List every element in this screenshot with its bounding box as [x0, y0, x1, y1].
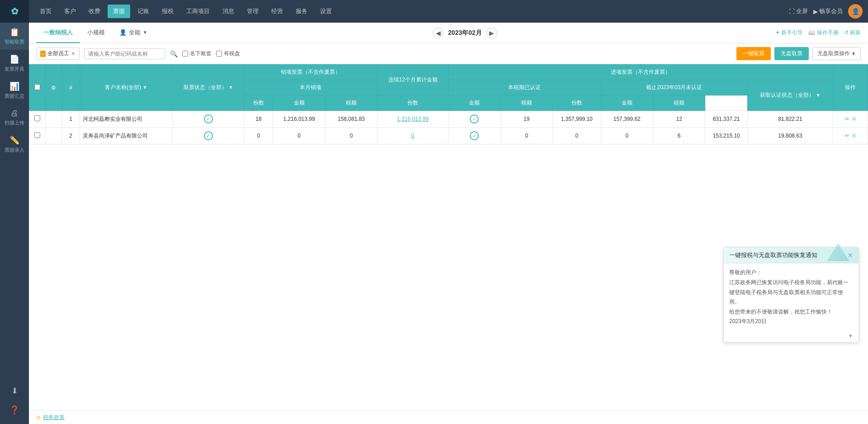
row-consecutive12: 1,216,013.99	[377, 111, 448, 128]
book-icon: 📖	[808, 29, 815, 36]
account-checkbox[interactable]	[182, 51, 188, 57]
cert-status-filter-icon[interactable]: ▼	[816, 92, 821, 98]
account-filter-checkbox[interactable]: 名下账套	[182, 50, 212, 57]
copy-icon[interactable]: ⎘	[853, 116, 856, 122]
next-period-btn[interactable]: ▶	[486, 28, 497, 38]
nav-service[interactable]: 服务	[290, 5, 313, 18]
tab-all[interactable]: 👤 全能 ▼	[112, 23, 155, 43]
th-cert-status: 获取认证状态（全部） ▼	[748, 80, 833, 111]
row-checkbox[interactable]	[29, 128, 46, 144]
filter-bar: ▪ 全部员工 ▼ 🔍 名下账套 有税盘 一键取票 无盘取票 无盘取票操作 ▼	[29, 43, 868, 64]
edit-icon[interactable]: ✏	[845, 116, 849, 122]
tax-policy-icon: ⊙	[36, 414, 41, 421]
sidebar-item-label: 发票开具	[5, 66, 24, 72]
th-uncert-amount: 金额	[601, 95, 653, 111]
row-customer-name: 河北柯磊桦实业有限公司	[80, 111, 173, 128]
search-input[interactable]	[84, 48, 165, 59]
chevron-down-icon: ▼	[71, 51, 75, 56]
fullscreen-btn[interactable]: ⛶ 全屏	[789, 7, 808, 15]
sidebar-item-help[interactable]: ❓	[0, 400, 29, 419]
person-icon: 👤	[119, 29, 127, 36]
new-guide-btn[interactable]: ✦ 新手引导	[775, 29, 803, 37]
select-all-checkbox[interactable]	[34, 84, 40, 90]
diskless-ticket-btn[interactable]: 无盘取票	[774, 47, 809, 60]
row-settings	[46, 128, 62, 144]
scan-upload-icon: 🖨	[10, 109, 19, 118]
th-uncert-count: 份数	[552, 95, 601, 111]
content: 一般纳税人 小规模 👤 全能 ▼ ◀ 2023年02月 ▶ ✦ 新手引导	[29, 23, 868, 424]
row-cert-status: ✓	[448, 111, 500, 128]
copy-icon[interactable]: ⎘	[853, 133, 856, 139]
help-icon: ❓	[9, 405, 19, 415]
tax-policy-link[interactable]: 税务政策	[43, 414, 65, 421]
sidebar-item-download[interactable]: ⬇	[0, 381, 29, 400]
sidebar-item-scan-upload[interactable]: 🖨 扫描上传	[0, 104, 29, 131]
th-num: #	[62, 65, 80, 111]
staff-select[interactable]: ▪ 全部员工 ▼	[36, 48, 80, 60]
refresh-btn[interactable]: ↺ 刷新	[844, 29, 861, 37]
top-nav: 首页 客户 收费 票据 记账 报税 工商项目 消息 管理 经营 服务 设置 ⛶ …	[29, 0, 868, 23]
sidebar: ✿ 📋 智能取票 📄 发票开具 📊 票据汇总 🖨 扫描上传 ✏️ 票据录入 ⬇ …	[0, 0, 29, 424]
nav-home[interactable]: 首页	[34, 5, 57, 18]
th-current-period-certified: 本税期已认证	[448, 80, 601, 95]
taxdisk-filter-checkbox[interactable]: 有税盘	[216, 50, 240, 57]
th-sales-tax: 税额	[325, 95, 377, 111]
th-uncert-tax: 税额	[653, 95, 705, 111]
user-avatar[interactable]: 👤	[848, 4, 863, 19]
taxdisk-checkbox[interactable]	[216, 51, 222, 57]
nav-fee[interactable]: 收费	[83, 5, 106, 18]
nav-ticket[interactable]: 票据	[108, 5, 130, 18]
row-sales-count: 18	[244, 111, 273, 128]
nav-manage[interactable]: 管理	[241, 5, 264, 18]
table-row: 1 河北柯磊桦实业有限公司 ✓ 18 1,216,013.99 158,081.…	[29, 111, 868, 128]
prev-period-btn[interactable]: ◀	[433, 28, 443, 38]
notification-close-btn[interactable]: ✕	[848, 252, 853, 259]
th-cert-count: 份数	[377, 95, 448, 111]
star-icon: ✦	[775, 29, 780, 36]
th-current-month: 本月销项	[244, 80, 377, 95]
nav-tax[interactable]: 报税	[156, 5, 179, 18]
tab-small-scale[interactable]: 小规模	[80, 23, 112, 43]
download-icon: ⬇	[11, 386, 18, 396]
chevron-down-icon: ▼	[851, 51, 856, 56]
sidebar-item-ticket-entry[interactable]: ✏️ 票据录入	[0, 131, 29, 158]
edit-icon[interactable]: ✏	[845, 133, 849, 139]
nav-bookkeeping[interactable]: 记账	[132, 5, 155, 18]
diskless-operations-btn[interactable]: 无盘取票操作 ▼	[812, 47, 861, 60]
th-ticket-status: 取票状态（全部） ▼	[173, 65, 244, 111]
row-sales-amount: 1,216,013.99	[273, 111, 325, 128]
main-area: 首页 客户 收费 票据 记账 报税 工商项目 消息 管理 经营 服务 设置 ⛶ …	[29, 0, 868, 424]
manual-btn[interactable]: 📖 操作手册	[808, 29, 838, 37]
row-checkbox[interactable]	[29, 111, 46, 128]
one-click-ticket-btn[interactable]: 一键取票	[736, 47, 771, 60]
tab-general-taxpayer[interactable]: 一般纳税人	[36, 23, 80, 43]
member-btn[interactable]: ▶ 畅享会员	[813, 7, 843, 15]
row-cert-amount: 0	[552, 128, 601, 144]
row-actions: ✏ ⎘	[833, 111, 868, 128]
sidebar-item-label: 智能取票	[5, 38, 24, 45]
row-ticket-status: ✓	[173, 128, 244, 144]
sidebar-item-invoice-open[interactable]: 📄 发票开具	[0, 50, 29, 77]
th-checkbox	[29, 65, 46, 111]
nav-settings[interactable]: 设置	[315, 5, 337, 18]
row-customer-name: 灵寿县尚泽矿产品有限公司	[80, 128, 173, 144]
nav-message[interactable]: 消息	[217, 5, 240, 18]
fullscreen-icon: ⛶	[789, 8, 795, 15]
bottom-bar: ⊙ 税务政策	[29, 410, 868, 424]
sidebar-item-ticket-summary[interactable]: 📊 票据汇总	[0, 77, 29, 104]
ticket-status-filter-icon[interactable]: ▼	[228, 85, 233, 90]
th-consecutive12: 连续12个月累计金额	[377, 65, 448, 95]
notification-title: 一键报税与无盘取票功能恢复通知	[729, 251, 817, 259]
row-uncert-count: 6	[653, 128, 705, 144]
ticket-summary-icon: 📊	[9, 81, 19, 91]
notification-body: 尊敬的用户： 江苏政务网已恢复访问电子税务局功能，易代账一键登陆电子税务局与无盘…	[724, 263, 859, 331]
current-period: 2023年02月	[448, 29, 482, 37]
nav-client[interactable]: 客户	[59, 5, 81, 18]
customer-filter-icon[interactable]: ▼	[142, 85, 147, 90]
th-sales-count: 份数	[244, 95, 273, 111]
nav-operation[interactable]: 经营	[266, 5, 288, 18]
row-num: 1	[62, 111, 80, 128]
search-button[interactable]: 🔍	[170, 50, 178, 57]
sidebar-item-smart-ticket[interactable]: 📋 智能取票	[0, 23, 29, 50]
nav-business[interactable]: 工商项目	[181, 5, 215, 18]
